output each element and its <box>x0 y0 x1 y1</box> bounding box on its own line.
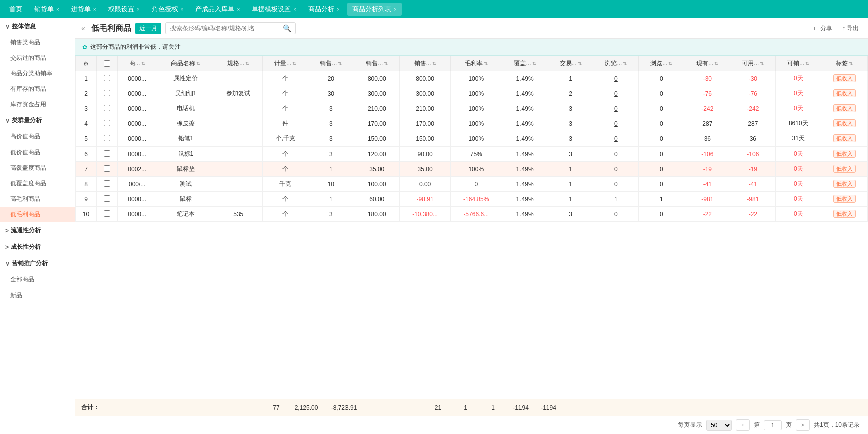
sidebar-item-商品分类助销率[interactable]: 商品分类助销率 <box>0 66 75 81</box>
table-cell-views1[interactable]: 0 <box>593 71 639 86</box>
col-header-tag[interactable]: 标签⇅ <box>821 56 868 71</box>
col-header-coverage[interactable]: 覆盖...⇅ <box>502 56 548 71</box>
sort-icon-tag[interactable]: ⇅ <box>849 61 853 66</box>
table-cell-views1[interactable]: 0 <box>593 207 639 222</box>
select-all-checkbox[interactable] <box>104 60 110 67</box>
table-cell-check[interactable] <box>97 177 117 192</box>
sort-icon-sales_amount[interactable]: ⇅ <box>384 61 388 66</box>
nav-close-icon[interactable]: × <box>56 7 59 12</box>
sidebar-item-全部商品[interactable]: 全部商品 <box>0 272 75 287</box>
row-checkbox[interactable] <box>104 105 110 111</box>
table-cell-check[interactable] <box>97 86 117 101</box>
col-header-views1[interactable]: 浏览...⇅ <box>593 56 639 71</box>
sort-icon-sales_qty[interactable]: ⇅ <box>338 61 342 66</box>
table-cell-check[interactable] <box>97 71 117 86</box>
sort-icon-available[interactable]: ⇅ <box>760 61 764 66</box>
col-header-current_stock[interactable]: 现有...⇅ <box>684 56 730 71</box>
table-cell-views1[interactable]: 0 <box>593 86 639 101</box>
col-header-unit[interactable]: 计量...⇅ <box>263 56 308 71</box>
table-cell-views1[interactable]: 0 <box>593 131 639 147</box>
nav-close-icon[interactable]: × <box>394 7 397 12</box>
col-header-sales_qty[interactable]: 销售...⇅ <box>308 56 354 71</box>
nav-close-icon[interactable]: × <box>293 7 296 12</box>
views-link[interactable]: 0 <box>614 90 618 97</box>
nav-close-icon[interactable]: × <box>237 7 240 12</box>
table-cell-views1[interactable]: 0 <box>593 177 639 192</box>
sort-icon-views2[interactable]: ⇅ <box>668 61 672 66</box>
row-checkbox[interactable] <box>104 195 110 202</box>
nav-close-icon[interactable]: × <box>337 7 340 12</box>
sidebar-item-高价值商品[interactable]: 高价值商品 <box>0 129 75 144</box>
sidebar-item-高毛利商品[interactable]: 高毛利商品 <box>0 191 75 207</box>
sidebar-item-低价值商品[interactable]: 低价值商品 <box>0 144 75 160</box>
table-cell-check[interactable] <box>97 192 117 207</box>
export-button[interactable]: ↑ 导出 <box>839 23 862 34</box>
row-checkbox[interactable] <box>104 75 110 81</box>
nav-item-产成品入库单[interactable]: 产成品入库单× <box>190 3 245 16</box>
col-header-sales_profit[interactable]: 销售...⇅ <box>400 56 451 71</box>
sort-icon-sales_profit[interactable]: ⇅ <box>432 61 436 66</box>
sidebar-item-低覆盖度商品[interactable]: 低覆盖度商品 <box>0 176 75 191</box>
nav-item-单据模板设置[interactable]: 单据模板设置× <box>247 3 301 16</box>
table-cell-check[interactable] <box>97 116 117 131</box>
period-button[interactable]: 近一月 <box>135 23 161 34</box>
row-checkbox[interactable] <box>104 210 110 217</box>
sidebar-group-成长性分析[interactable]: >成长性分析 <box>0 239 75 255</box>
table-cell-views1[interactable]: 0 <box>593 147 639 162</box>
nav-close-icon[interactable]: × <box>93 7 96 12</box>
nav-item-销货单[interactable]: 销货单× <box>29 3 64 16</box>
col-header-gross_rate[interactable]: 毛利率⇅ <box>450 56 502 71</box>
search-input[interactable] <box>170 25 283 32</box>
sidebar-group-营销推广分析[interactable]: ∨营销推广分析 <box>0 255 75 272</box>
nav-item-进货单[interactable]: 进货单× <box>66 3 101 16</box>
col-header-sales_amount[interactable]: 销售...⇅ <box>354 56 400 71</box>
page-number-input[interactable] <box>764 420 782 430</box>
table-cell-check[interactable] <box>97 101 117 116</box>
nav-item-商品分析列表[interactable]: 商品分析列表× <box>347 3 402 16</box>
views-link[interactable]: 0 <box>614 166 618 173</box>
nav-item-首页[interactable]: 首页 <box>4 3 27 16</box>
sidebar-item-库存资金占用[interactable]: 库存资金占用 <box>0 97 75 112</box>
sidebar-item-新品[interactable]: 新品 <box>0 287 75 303</box>
views-link[interactable]: 0 <box>614 75 618 82</box>
nav-item-权限设置[interactable]: 权限设置× <box>103 3 145 16</box>
row-checkbox[interactable] <box>104 120 110 126</box>
sort-icon-spec[interactable]: ⇅ <box>245 61 249 66</box>
collapse-sidebar-btn[interactable]: « <box>81 24 85 32</box>
sidebar-group-流通性分析[interactable]: >流通性分析 <box>0 222 75 239</box>
table-cell-views1[interactable]: 0 <box>593 162 639 177</box>
views-link[interactable]: 0 <box>614 120 618 127</box>
sort-icon-trade[interactable]: ⇅ <box>578 61 582 66</box>
table-cell-views1[interactable]: 1 <box>593 192 639 207</box>
table-cell-views1[interactable]: 0 <box>593 116 639 131</box>
row-checkbox[interactable] <box>104 180 110 187</box>
sidebar-item-高覆盖度商品[interactable]: 高覆盖度商品 <box>0 160 75 176</box>
nav-item-角色授权[interactable]: 角色授权× <box>147 3 189 16</box>
col-header-trade[interactable]: 交易...⇅ <box>548 56 593 71</box>
nav-item-商品分析[interactable]: 商品分析× <box>303 3 345 16</box>
sort-icon-unit[interactable]: ⇅ <box>292 61 296 66</box>
table-cell-check[interactable] <box>97 162 117 177</box>
col-header-views2[interactable]: 浏览...⇅ <box>639 56 684 71</box>
prev-page-button[interactable]: ＜ <box>736 419 750 431</box>
nav-close-icon[interactable]: × <box>181 7 184 12</box>
sort-icon-saleable[interactable]: ⇅ <box>805 61 809 66</box>
share-button[interactable]: ⊏ 分享 <box>811 23 835 34</box>
col-header-check[interactable] <box>97 56 117 71</box>
col-header-settings[interactable]: ⚙ <box>76 56 97 71</box>
sidebar-group-整体信息[interactable]: ∨整体信息 <box>0 18 75 35</box>
sidebar-item-销售类商品[interactable]: 销售类商品 <box>0 35 75 50</box>
views-link[interactable]: 0 <box>614 135 618 142</box>
table-cell-views1[interactable]: 0 <box>593 101 639 116</box>
sort-icon-views1[interactable]: ⇅ <box>623 61 627 66</box>
sort-icon-name[interactable]: ⇅ <box>196 61 200 66</box>
views-link[interactable]: 0 <box>614 151 618 158</box>
table-cell-check[interactable] <box>97 147 117 162</box>
sidebar-group-类群量分析[interactable]: ∨类群量分析 <box>0 112 75 129</box>
table-cell-check[interactable] <box>97 207 117 222</box>
sort-icon-code[interactable]: ⇅ <box>141 61 145 66</box>
sort-icon-coverage[interactable]: ⇅ <box>532 61 536 66</box>
page-size-select[interactable]: 50 100 <box>706 420 732 431</box>
nav-close-icon[interactable]: × <box>137 7 140 12</box>
sort-icon-gross_rate[interactable]: ⇅ <box>484 61 488 66</box>
